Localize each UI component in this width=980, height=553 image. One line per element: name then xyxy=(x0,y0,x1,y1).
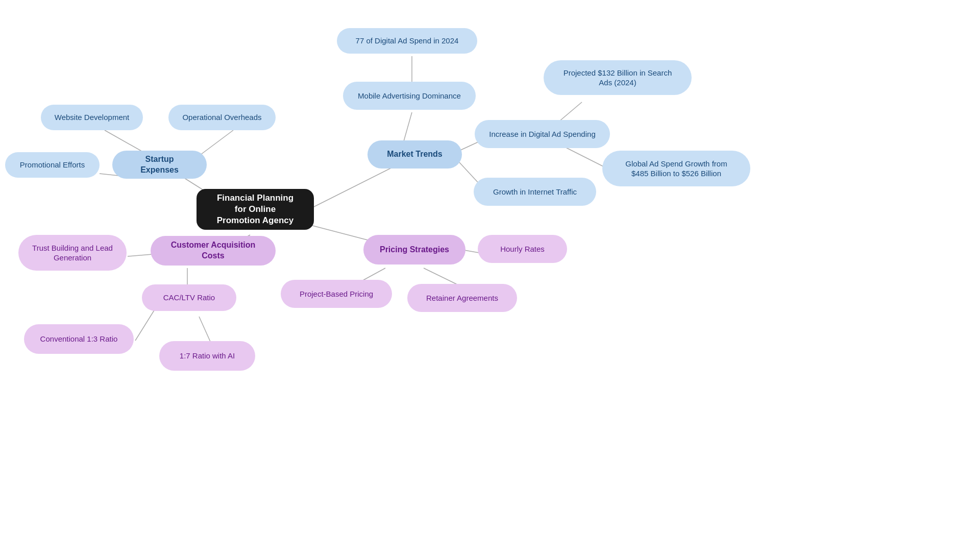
hourly-rates-label: Hourly Rates xyxy=(500,244,545,254)
operational-overheads-node: Operational Overheads xyxy=(168,105,276,130)
website-development-node: Website Development xyxy=(41,105,143,130)
promotional-efforts-node: Promotional Efforts xyxy=(5,152,100,178)
ratio-ai-label: 1:7 Ratio with AI xyxy=(180,351,235,361)
global-ad-spend-label: Global Ad Spend Growth from $485 Billion… xyxy=(625,159,727,179)
customer-acquisition-node: Customer Acquisition Costs xyxy=(151,236,276,266)
mobile-advertising-label: Mobile Advertising Dominance xyxy=(358,91,461,101)
retainer-agreements-node: Retainer Agreements xyxy=(407,284,517,312)
digital-ad-77-label: 77 of Digital Ad Spend in 2024 xyxy=(356,36,459,46)
internet-traffic-node: Growth in Internet Traffic xyxy=(474,178,596,206)
customer-acquisition-label: Customer Acquisition Costs xyxy=(164,240,262,261)
mobile-advertising-node: Mobile Advertising Dominance xyxy=(343,82,476,110)
projected-132-node: Projected $132 Billion in Search Ads (20… xyxy=(544,60,692,95)
project-based-node: Project-Based Pricing xyxy=(281,280,392,308)
cac-ltv-node: CAC/LTV Ratio xyxy=(142,284,236,311)
startup-expenses-label: Startup Expenses xyxy=(126,154,193,176)
global-ad-spend-node: Global Ad Spend Growth from $485 Billion… xyxy=(602,151,750,186)
pricing-strategies-label: Pricing Strategies xyxy=(380,245,449,255)
svg-line-16 xyxy=(309,225,368,240)
project-based-label: Project-Based Pricing xyxy=(300,289,373,299)
ratio-ai-node: 1:7 Ratio with AI xyxy=(159,341,255,371)
retainer-agreements-label: Retainer Agreements xyxy=(426,293,498,303)
trust-building-label: Trust Building and Lead Generation xyxy=(32,243,113,263)
conventional-ratio-node: Conventional 1:3 Ratio xyxy=(24,324,134,354)
operational-overheads-label: Operational Overheads xyxy=(182,112,261,123)
cac-ltv-label: CAC/LTV Ratio xyxy=(163,293,215,303)
market-trends-node: Market Trends xyxy=(368,140,462,169)
svg-line-5 xyxy=(403,112,412,143)
hourly-rates-node: Hourly Rates xyxy=(478,235,567,263)
increase-digital-ad-label: Increase in Digital Ad Spending xyxy=(489,129,595,139)
projected-132-label: Projected $132 Billion in Search Ads (20… xyxy=(564,68,672,88)
website-development-label: Website Development xyxy=(55,112,129,123)
digital-ad-77-node: 77 of Digital Ad Spend in 2024 xyxy=(337,28,477,54)
increase-digital-ad-node: Increase in Digital Ad Spending xyxy=(475,120,610,148)
promotional-efforts-label: Promotional Efforts xyxy=(20,160,85,170)
conventional-ratio-label: Conventional 1:3 Ratio xyxy=(40,334,118,344)
pricing-strategies-node: Pricing Strategies xyxy=(363,235,465,265)
startup-expenses-node: Startup Expenses xyxy=(112,151,207,179)
trust-building-node: Trust Building and Lead Generation xyxy=(18,235,127,271)
center-label: Financial Planning for Online Promotion … xyxy=(211,193,300,226)
market-trends-label: Market Trends xyxy=(387,149,442,160)
internet-traffic-label: Growth in Internet Traffic xyxy=(493,187,577,197)
center-node: Financial Planning for Online Promotion … xyxy=(197,189,314,230)
